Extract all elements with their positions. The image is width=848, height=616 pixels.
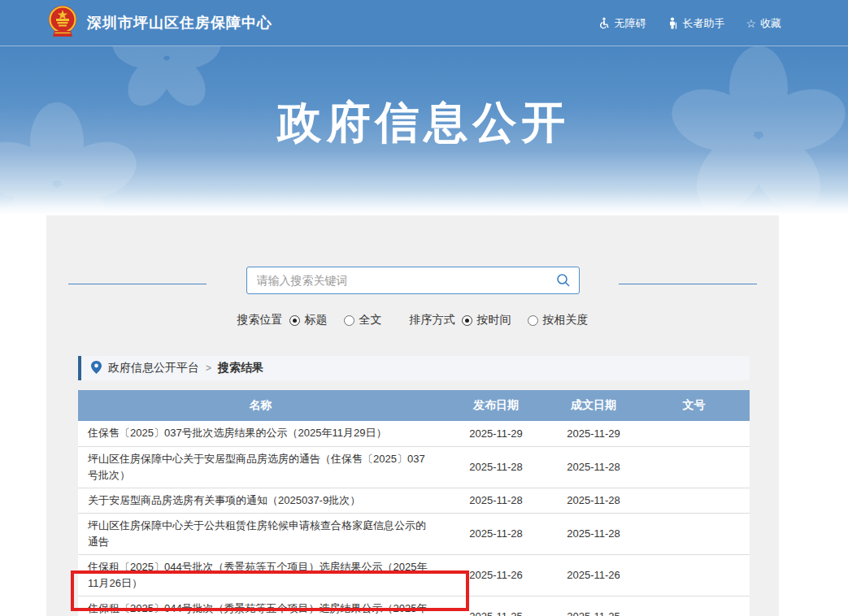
breadcrumb-current[interactable]: 搜索结果 <box>218 361 263 375</box>
elder-assist-icon <box>667 17 678 29</box>
table-row: 坪山区住房保障中心关于安居型商品房选房的通告（住保售〔2025〕037号批次） … <box>78 446 750 488</box>
radio-option-title[interactable]: 标题 <box>289 313 328 328</box>
written-date: 2025-11-25 <box>549 596 638 616</box>
document-link[interactable]: 坪山区住房保障中心关于安居型商品房选房的通告（住保售〔2025〕037号批次） <box>78 446 443 488</box>
sort-mode-label: 排序方式 <box>410 313 455 328</box>
page-title: 政府信息公开 <box>0 93 848 153</box>
search-icon[interactable] <box>556 273 571 291</box>
publish-date: 2025-11-28 <box>443 446 549 488</box>
national-emblem-icon <box>46 4 79 41</box>
written-date: 2025-11-28 <box>549 513 638 554</box>
publish-date: 2025-11-26 <box>443 554 549 596</box>
search-options: 搜索位置 标题 全文 排序方式 按时间 按相关度 <box>46 313 779 328</box>
site-title[interactable]: 深圳市坪山区住房保障中心 <box>87 13 272 33</box>
document-link[interactable]: 坪山区住房保障中心关于公共租赁住房轮候申请核查合格家庭信息公示的通告 <box>78 513 443 554</box>
written-date: 2025-11-28 <box>549 446 638 488</box>
radio-icon[interactable] <box>344 315 354 326</box>
doc-number <box>638 421 750 446</box>
column-header-name: 名称 <box>78 390 443 421</box>
favorite-label: 收藏 <box>760 16 781 31</box>
radio-icon[interactable] <box>289 315 300 326</box>
document-link[interactable]: 关于安居型商品房选房有关事项的通知（2025037-9批次） <box>78 488 443 513</box>
column-header-doc-number: 文号 <box>638 390 750 421</box>
doc-number <box>638 554 750 596</box>
header-links: 无障碍 长者助手 ☆ 收藏 <box>598 0 781 46</box>
accessibility-link[interactable]: 无障碍 <box>598 16 646 31</box>
location-pin-icon <box>91 361 102 376</box>
breadcrumb-root[interactable]: 政府信息公开平台 <box>108 361 199 375</box>
publish-date: 2025-11-29 <box>443 421 549 446</box>
radio-option-bytime[interactable]: 按时间 <box>462 313 511 328</box>
table-row: 坪山区住房保障中心关于公共租赁住房轮候申请核查合格家庭信息公示的通告 2025-… <box>78 513 750 554</box>
written-date: 2025-11-29 <box>549 421 638 446</box>
radio-label: 按相关度 <box>543 313 589 328</box>
table-row: 住保租〔2025〕044号批次（秀景苑等五个项目）选房结果公示（2025年11月… <box>78 596 750 616</box>
document-link[interactable]: 住保租〔2025〕044号批次（秀景苑等五个项目）选房结果公示（2025年11月… <box>78 554 443 596</box>
elder-assist-label: 长者助手 <box>682 16 724 31</box>
radio-option-fulltext[interactable]: 全文 <box>344 313 382 328</box>
column-header-publish-date: 发布日期 <box>443 390 549 421</box>
results-table: 名称 发布日期 成文日期 文号 住保售〔2025〕037号批次选房结果的公示（2… <box>78 390 750 616</box>
radio-label: 按时间 <box>477 313 511 328</box>
favorite-link[interactable]: ☆ 收藏 <box>746 16 781 31</box>
elder-assist-link[interactable]: 长者助手 <box>667 16 724 31</box>
top-header: 深圳市坪山区住房保障中心 无障碍 <box>0 0 848 46</box>
written-date: 2025-11-26 <box>549 554 638 596</box>
search-position-label: 搜索位置 <box>237 313 283 328</box>
content-panel: 搜索位置 标题 全文 排序方式 按时间 按相关度 <box>46 215 779 616</box>
site-brand[interactable]: 深圳市坪山区住房保障中心 <box>46 4 272 41</box>
radio-label: 全文 <box>359 313 382 328</box>
column-header-written-date: 成文日期 <box>549 390 638 421</box>
star-icon: ☆ <box>746 18 756 29</box>
publish-date: 2025-11-28 <box>443 488 549 513</box>
table-row: 住保租〔2025〕044号批次（秀景苑等五个项目）选房结果公示（2025年11月… <box>78 554 750 596</box>
breadcrumb-separator: > <box>206 362 211 374</box>
doc-number <box>638 488 750 513</box>
search-area <box>46 267 779 294</box>
table-header-row: 名称 发布日期 成文日期 文号 <box>78 390 750 421</box>
doc-number <box>638 513 750 554</box>
publish-date: 2025-11-28 <box>443 513 549 554</box>
radio-option-byrelevance[interactable]: 按相关度 <box>528 313 589 328</box>
search-box <box>246 267 580 294</box>
breadcrumb: 政府信息公开平台 > 搜索结果 <box>78 356 750 380</box>
radio-icon[interactable] <box>462 315 472 326</box>
written-date: 2025-11-28 <box>549 488 638 513</box>
radio-icon[interactable] <box>528 315 538 326</box>
table-row: 住保售〔2025〕037号批次选房结果的公示（2025年11月29日） 2025… <box>78 421 750 446</box>
page: 深圳市坪山区住房保障中心 无障碍 <box>0 0 848 616</box>
doc-number <box>638 596 750 616</box>
radio-label: 标题 <box>305 313 328 328</box>
document-link[interactable]: 住保售〔2025〕037号批次选房结果的公示（2025年11月29日） <box>78 421 443 446</box>
doc-number <box>638 446 750 488</box>
document-link[interactable]: 住保租〔2025〕044号批次（秀景苑等五个项目）选房结果公示（2025年11月… <box>78 596 443 616</box>
search-input[interactable] <box>247 267 579 293</box>
accessibility-label: 无障碍 <box>614 16 646 31</box>
accessibility-icon <box>598 17 610 29</box>
banner: 政府信息公开 <box>0 46 848 215</box>
publish-date: 2025-11-25 <box>443 596 549 616</box>
table-row: 关于安居型商品房选房有关事项的通知（2025037-9批次） 2025-11-2… <box>78 488 750 513</box>
